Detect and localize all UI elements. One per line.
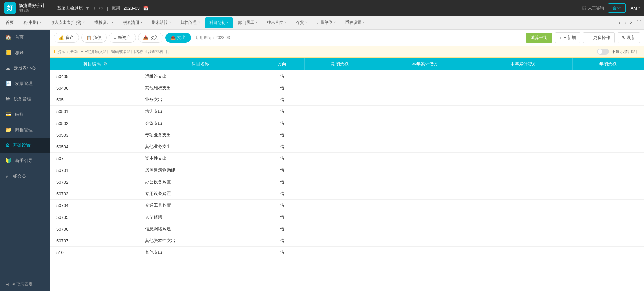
cell-opening bbox=[304, 82, 376, 94]
tab-unit-close[interactable]: × bbox=[334, 21, 336, 25]
account-button[interactable]: 会计 bbox=[608, 3, 626, 13]
company-name: 基层工会测试 bbox=[57, 5, 83, 11]
add-button[interactable]: + + 新增 bbox=[555, 32, 580, 43]
tab-period-end[interactable]: 期末结转 × bbox=[147, 17, 175, 28]
closing-icon: 💳 bbox=[5, 111, 12, 117]
tab-close-all[interactable]: × bbox=[629, 19, 634, 26]
table-row[interactable]: 50503 专项业务支出 借 bbox=[50, 129, 644, 141]
cell-code: 50502 bbox=[50, 117, 141, 129]
sidebar-ledger-label: 总账 bbox=[15, 50, 24, 56]
tab-expand[interactable]: ⛶ bbox=[635, 19, 643, 26]
table-row[interactable]: 507 资本性支出 借 bbox=[50, 153, 644, 164]
cell-opening bbox=[304, 247, 376, 258]
tab-subject-period[interactable]: 科目期初 × bbox=[205, 17, 233, 28]
th-ytd-credit: 本年累计贷方 bbox=[474, 58, 572, 70]
sub-tab-liability[interactable]: 📋 负债 bbox=[81, 33, 107, 43]
tab-scroll-right[interactable]: › bbox=[623, 19, 627, 26]
invoice-icon: 🧾 bbox=[5, 81, 12, 87]
tab-tax[interactable]: 税表清册 × bbox=[119, 17, 147, 28]
add-icon: + bbox=[559, 35, 562, 40]
collapse-icon: ◄ bbox=[5, 282, 9, 287]
tab-interim-close[interactable]: × bbox=[39, 21, 41, 25]
tab-inventory-close[interactable]: × bbox=[305, 21, 307, 25]
table-row[interactable]: 50405 运维维支出 借 bbox=[50, 70, 644, 82]
sidebar-item-home[interactable]: 🏠 首页 bbox=[0, 30, 50, 45]
table-row[interactable]: 50707 其他资本性支出 借 bbox=[50, 235, 644, 247]
table-row[interactable]: 50501 培训支出 借 bbox=[50, 106, 644, 117]
tab-unit[interactable]: 计量单位 × bbox=[312, 17, 340, 28]
cell-direction: 借 bbox=[260, 117, 305, 129]
tab-department[interactable]: 部门员工 × bbox=[234, 17, 262, 28]
tab-archive[interactable]: 归档管理 × bbox=[176, 17, 204, 28]
tab-archive-close[interactable]: × bbox=[198, 21, 200, 25]
sidebar-item-tax[interactable]: 🏛 税务管理 bbox=[0, 91, 50, 107]
table-row[interactable]: 50502 会议支出 借 bbox=[50, 117, 644, 129]
cell-direction: 借 bbox=[260, 106, 305, 117]
refresh-button[interactable]: ↻ 刷新 bbox=[618, 32, 640, 43]
cell-ytd-credit bbox=[474, 153, 572, 164]
tab-interim[interactable]: 表(中期) × bbox=[19, 17, 46, 28]
table-row[interactable]: 50504 其他业务支出 借 bbox=[50, 141, 644, 153]
table-row[interactable]: 50706 信息网络购建 借 bbox=[50, 223, 644, 235]
sidebar-item-invoice[interactable]: 🧾 发票管理 bbox=[0, 76, 50, 91]
sidebar-item-settings[interactable]: ⚙ 基础设置 bbox=[0, 138, 50, 153]
disabled-toggle[interactable] bbox=[597, 49, 609, 55]
column-settings-icon[interactable]: ⚙ bbox=[103, 61, 107, 66]
table-row[interactable]: 50705 大型修缮 借 bbox=[50, 211, 644, 223]
sidebar-item-archive[interactable]: 📁 归档管理 bbox=[0, 122, 50, 138]
sidebar-item-guide[interactable]: 🔰 新手引导 bbox=[0, 153, 50, 168]
tab-home[interactable]: 首页 bbox=[1, 17, 18, 28]
sidebar-collapse-btn[interactable]: ◄ ◄ 取消固定 bbox=[0, 277, 50, 291]
cell-code: 50503 bbox=[50, 129, 141, 141]
tab-currency-close[interactable]: × bbox=[363, 21, 365, 25]
tab-contacts-close[interactable]: × bbox=[284, 21, 286, 25]
hint-text: 提示：按Ctrl + F键并输入科目编码或者科目名称可以查找科目。 bbox=[57, 49, 171, 55]
dropdown-icon[interactable]: ▼ bbox=[85, 6, 90, 11]
table-row[interactable]: 50406 其他维权支出 借 bbox=[50, 82, 644, 94]
settings-icon[interactable]: ⚙ bbox=[99, 6, 103, 11]
period-hint: 启用期间：2023.03 bbox=[196, 35, 230, 41]
table-row[interactable]: 50702 办公设备购置 借 bbox=[50, 176, 644, 188]
cell-ytd-debit bbox=[376, 153, 474, 164]
tab-currency[interactable]: 币种设置 × bbox=[341, 17, 369, 28]
tab-department-close[interactable]: × bbox=[256, 21, 258, 25]
add-company-btn[interactable]: ＋ bbox=[92, 5, 97, 12]
calendar-icon[interactable]: 📅 bbox=[143, 6, 148, 11]
table-row[interactable]: 505 业务支出 借 bbox=[50, 94, 644, 106]
tab-template-close[interactable]: × bbox=[112, 21, 114, 25]
tab-tax-close[interactable]: × bbox=[141, 21, 143, 25]
balance-button[interactable]: 试算平衡 bbox=[526, 33, 552, 43]
cell-ytd-debit bbox=[376, 129, 474, 141]
app-edition: 旗舰版 bbox=[19, 8, 45, 13]
sidebar-item-ledger[interactable]: 📒 总账 bbox=[0, 45, 50, 60]
reports-icon: ☁ bbox=[5, 65, 10, 71]
table-row[interactable]: 50703 专用设备购置 借 bbox=[50, 188, 644, 200]
cell-code: 50704 bbox=[50, 200, 141, 211]
tab-contacts[interactable]: 往来单位 × bbox=[263, 17, 291, 28]
sidebar-item-reports[interactable]: ☁ 云报表中心 bbox=[0, 60, 50, 76]
table-row[interactable]: 50701 房屋建筑物购建 借 bbox=[50, 164, 644, 176]
th-code: 科目编码 ⚙ bbox=[50, 58, 141, 70]
cell-name: 资本性支出 bbox=[141, 153, 260, 164]
tab-scroll-left[interactable]: ‹ bbox=[617, 19, 622, 26]
tab-subject-period-label: 科目期初 bbox=[209, 20, 225, 26]
iam-label: iAM * bbox=[630, 6, 640, 11]
company-area: 基层工会测试 ▼ ＋ ⚙ | 账期 2023-03 📅 bbox=[57, 5, 578, 12]
more-button[interactable]: ⋯ 更多操作 bbox=[583, 32, 615, 43]
help-button[interactable]: 🎧 人工咨询 bbox=[582, 5, 604, 11]
table-row[interactable]: 50704 交通工具购置 借 bbox=[50, 200, 644, 211]
tab-subject-period-close[interactable]: × bbox=[227, 21, 229, 25]
tab-income[interactable]: 收入支出表(年报) × bbox=[46, 17, 89, 28]
tab-template[interactable]: 模版设计 × bbox=[90, 17, 118, 28]
sub-tab-net-asset[interactable]: ≡ 净资产 bbox=[109, 33, 136, 43]
sub-tab-income[interactable]: 📥 收入 bbox=[138, 33, 163, 43]
table-row[interactable]: 510 其他支出 借 bbox=[50, 247, 644, 258]
sub-tab-asset[interactable]: 💰 资产 bbox=[54, 33, 79, 43]
tab-income-close[interactable]: × bbox=[83, 21, 85, 25]
sub-tab-expenditure[interactable]: 📤 支出 bbox=[165, 33, 191, 43]
sidebar-item-member[interactable]: ✓ 畅会员 bbox=[0, 168, 50, 184]
tab-inventory[interactable]: 存货 × bbox=[291, 17, 312, 28]
cell-year-opening bbox=[573, 200, 644, 211]
tab-period-end-close[interactable]: × bbox=[169, 21, 171, 25]
sidebar-item-closing[interactable]: 💳 结账 bbox=[0, 107, 50, 122]
